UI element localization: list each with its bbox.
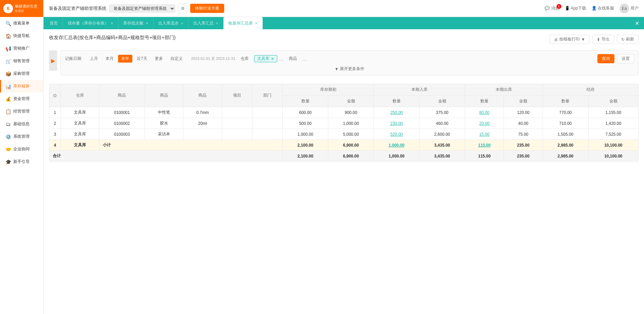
row-in-qty[interactable]: 250.00 — [374, 107, 419, 118]
app-download-link[interactable]: 📱 App下载 — [565, 5, 586, 11]
sidebar-item-sales[interactable]: 🛒 销售管理 — [0, 55, 43, 67]
col-header-opening-qty: 数量 — [283, 96, 328, 107]
row-out-qty[interactable]: 15.00 — [465, 129, 504, 140]
service-icon: 👤 — [592, 6, 597, 11]
tab-inventory-dist[interactable]: 现存量（库存分布表） ✕ — [63, 17, 118, 29]
sidebar-item-label: 企业协同 — [13, 146, 30, 152]
sidebar-item-quick-nav[interactable]: 🏠 快捷导航 — [0, 30, 43, 42]
tab-in-out-flow-label: 出入库流水 — [158, 20, 179, 26]
tab-recv-send-summary[interactable]: 收发存汇总表 ✕ — [224, 17, 263, 29]
date-options: 上月 本月 本年 近7天 更多 自定义 — [87, 55, 186, 63]
sidebar-item-enterprise[interactable]: 🤝 企业协同 — [0, 143, 43, 155]
tab-home[interactable]: 首页 — [45, 17, 63, 29]
warehouse-tag[interactable]: 文具库 ✕ — [254, 55, 277, 62]
message-badge[interactable]: 💬 消息 6 — [545, 5, 559, 11]
inventory-icon: 📊 — [5, 84, 11, 89]
date-btn-this-month[interactable]: 本月 — [102, 55, 117, 63]
tab-close-batch-ledger[interactable]: ✕ — [146, 21, 148, 25]
sidebar-item-guide[interactable]: 🎓 新手引导 — [0, 155, 43, 168]
query-button[interactable]: 查询 — [597, 54, 614, 63]
trial-button[interactable]: 体验行业方案 — [190, 4, 224, 13]
filter-expand[interactable]: ▼ 展开更多条件 — [65, 66, 634, 72]
user-menu[interactable]: Ea 用户 — [620, 4, 639, 13]
tab-bar-close[interactable]: ✕ — [631, 20, 643, 27]
row-product-code: 0100003 — [99, 129, 145, 140]
expand-icon: ▼ — [335, 67, 339, 71]
col-header-in-amt: 金额 — [419, 96, 465, 107]
sidebar-item-marketing[interactable]: 📢 营销推广 — [0, 42, 43, 55]
chevron-down-icon: ▼ — [581, 37, 585, 42]
row-product-spec: 20ml — [183, 118, 222, 129]
col-header-in: 本期入库 — [374, 84, 465, 96]
row-out-amt: 40.00 — [504, 118, 543, 129]
tab-batch-ledger[interactable]: 库存批次账 ✕ — [118, 17, 153, 29]
date-btn-this-year[interactable]: 本年 — [118, 55, 132, 63]
subtotal-label: 小计 — [99, 140, 282, 151]
tab-inventory-dist-label: 现存量（库存分布表） — [68, 20, 109, 26]
export-button[interactable]: ⬇ 导出 — [592, 35, 614, 44]
date-label: 记账日期 — [65, 56, 81, 62]
sidebar-item-inventory[interactable]: 📊 库存核算 — [0, 80, 43, 93]
settings-button[interactable]: 设置 — [617, 54, 634, 63]
product-dots[interactable]: ... — [302, 56, 307, 62]
col-header-opening: 库存期初 — [283, 84, 374, 96]
warehouse-tag-text: 文具库 — [257, 56, 269, 62]
page-title: 收发存汇总表(按仓库+商品编码+商品+规格型号+项目+部门) — [49, 35, 176, 41]
row-out-amt: 120.00 — [504, 107, 543, 118]
row-out-qty[interactable]: 20.00 — [465, 118, 504, 129]
total-row: 合计 2,100.00 6,900.00 1,000.00 3,435.00 1… — [49, 151, 639, 162]
row-in-qty[interactable]: 230.00 — [374, 118, 419, 129]
subtotal-warehouse: 文具库 — [61, 140, 99, 151]
table-row: 1 文具库 0100001 中性笔 0.7mm 600.00 900.00 25… — [49, 107, 639, 118]
warehouse-dots[interactable]: ... — [279, 56, 283, 62]
page-content: 收发存汇总表(按仓库+商品编码+商品+规格型号+项目+部门) 🖨 按模板打印 ▼… — [44, 29, 644, 314]
row-opening-qty: 1,000.00 — [283, 129, 328, 140]
refresh-button[interactable]: ↻ 刷新 — [617, 35, 639, 44]
tab-close-recv-send-summary[interactable]: ✕ — [255, 21, 258, 25]
subtotal-out-qty[interactable]: 115.00 — [465, 140, 504, 151]
sidebar-item-operation[interactable]: 📋 经营管理 — [0, 105, 43, 118]
date-btn-custom[interactable]: 自定义 — [167, 55, 186, 63]
online-service-label: 在线客服 — [598, 6, 614, 11]
warehouse-tag-close[interactable]: ✕ — [271, 56, 274, 61]
total-label: 合计 — [49, 151, 283, 162]
row-opening-qty: 500.00 — [283, 118, 328, 129]
export-label: 导出 — [601, 36, 610, 42]
date-btn-last-month[interactable]: 上月 — [87, 55, 101, 63]
sidebar-item-finance[interactable]: 💰 资金管理 — [0, 93, 43, 105]
tab-close-in-out-flow[interactable]: ✕ — [181, 21, 183, 25]
sidebar-item-label: 采购管理 — [13, 71, 30, 77]
sidebar-item-system[interactable]: ⚙️ 系统管理 — [0, 130, 43, 143]
col-header-warehouse: 仓库 — [61, 84, 99, 107]
row-in-qty[interactable]: 520.00 — [374, 129, 419, 140]
row-closing-amt: 7,525.00 — [588, 129, 638, 140]
sidebar-item-basic-info[interactable]: 🗂 基础信息 — [0, 118, 43, 130]
home-icon: 🏠 — [5, 33, 11, 39]
system-select[interactable]: 装备及固定资产辅助管理系统 — [109, 4, 175, 13]
date-btn-7days[interactable]: 近7天 — [134, 55, 150, 63]
filter-toggle[interactable]: ▶ — [49, 50, 57, 71]
tab-close-in-out-summary[interactable]: ✕ — [216, 21, 218, 25]
row-out-qty[interactable]: 80.00 — [465, 107, 504, 118]
row-product-name: 中性笔 — [145, 107, 183, 118]
tab-in-out-flow[interactable]: 出入库流水 ✕ — [153, 17, 188, 29]
subtotal-in-qty[interactable]: 1,000.00 — [374, 140, 419, 151]
table-settings-icon[interactable]: ⚙ — [53, 93, 57, 98]
date-btn-more[interactable]: 更多 — [152, 55, 166, 63]
row-product-code: 0100002 — [99, 118, 145, 129]
row-department — [252, 107, 282, 118]
refresh-label: 刷新 — [626, 36, 634, 42]
tab-close-inventory-dist[interactable]: ✕ — [111, 21, 113, 25]
print-button[interactable]: 🖨 按模板打印 ▼ — [549, 35, 590, 44]
sidebar-item-purchase[interactable]: 📦 采购管理 — [0, 67, 43, 80]
row-warehouse: 文具库 — [61, 129, 99, 140]
sidebar-item-label: 搜索菜单 — [13, 20, 30, 26]
row-opening-amt: 5,000.00 — [328, 129, 374, 140]
sidebar-item-search[interactable]: 🔍 搜索菜单 — [0, 17, 43, 30]
expand-label: 展开更多条件 — [340, 66, 364, 72]
online-service-link[interactable]: 👤 在线客服 — [592, 5, 614, 11]
tab-in-out-summary[interactable]: 出入库汇总 ✕ — [188, 17, 224, 29]
row-closing-qty: 710.00 — [543, 118, 588, 129]
row-closing-amt: 1,420.00 — [588, 118, 638, 129]
gear-button[interactable]: ⚙ — [178, 4, 187, 13]
